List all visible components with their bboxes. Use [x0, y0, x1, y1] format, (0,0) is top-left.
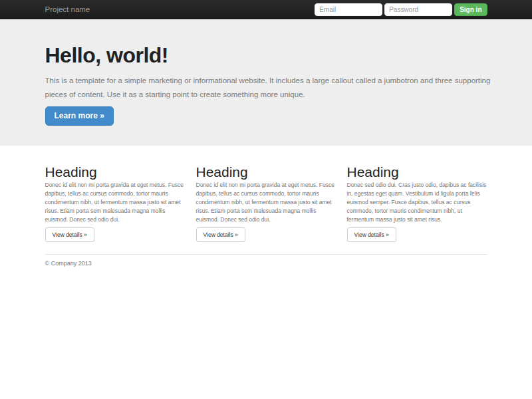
signin-form: Sign in	[315, 3, 487, 16]
copyright-text: © Company 2013	[45, 260, 487, 267]
password-field[interactable]	[384, 3, 452, 16]
column-text: Donec sed odio dui. Cras justo odio, dap…	[347, 181, 487, 224]
column-heading: Heading	[347, 164, 487, 180]
email-field[interactable]	[315, 3, 382, 16]
column-heading: Heading	[45, 164, 186, 180]
columns-row: Heading Donec id elit non mi porta gravi…	[45, 164, 487, 242]
marketing-column-1: Heading Donec id elit non mi porta gravi…	[45, 164, 186, 242]
page-title: Hello, world!	[45, 45, 487, 67]
navbar: Project name Sign in	[0, 0, 532, 19]
footer-divider	[45, 254, 487, 255]
column-text: Donec id elit non mi porta gravida at eg…	[196, 181, 336, 224]
marketing-column-2: Heading Donec id elit non mi porta gravi…	[196, 164, 336, 242]
jumbotron-description: This is a template for a simple marketin…	[45, 74, 501, 102]
marketing-column-3: Heading Donec sed odio dui. Cras justo o…	[347, 164, 487, 242]
column-text: Donec id elit non mi porta gravida at eg…	[45, 181, 186, 224]
marketing-section: Heading Donec id elit non mi porta gravi…	[45, 164, 487, 267]
column-heading: Heading	[196, 164, 336, 180]
sign-in-button[interactable]: Sign in	[454, 3, 487, 16]
brand-link[interactable]: Project name	[45, 5, 90, 13]
jumbotron: Hello, world! This is a template for a s…	[0, 19, 532, 146]
footer: © Company 2013	[45, 260, 487, 267]
view-details-button-1[interactable]: View details »	[45, 227, 94, 242]
view-details-button-2[interactable]: View details »	[196, 227, 245, 242]
view-details-button-3[interactable]: View details »	[347, 227, 396, 242]
learn-more-button[interactable]: Learn more »	[45, 106, 114, 126]
